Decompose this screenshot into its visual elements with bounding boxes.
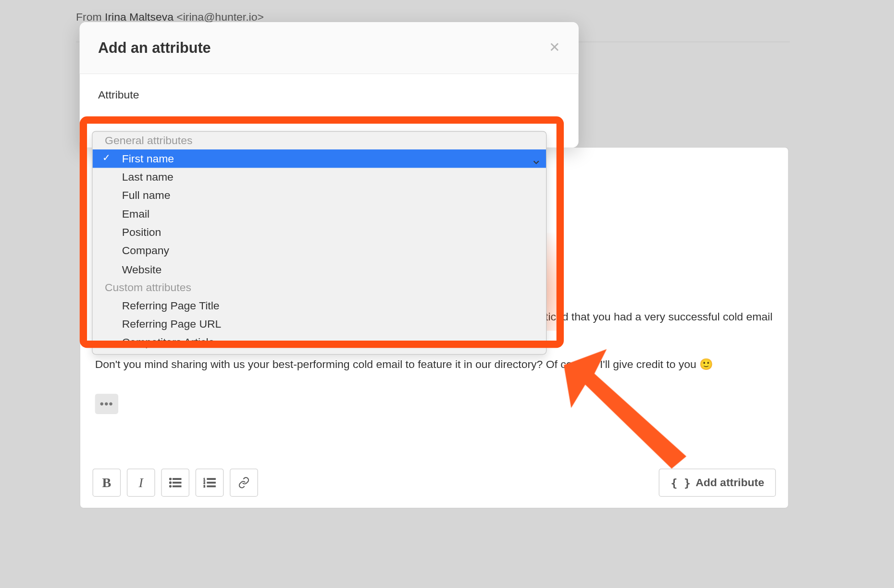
svg-point-0 [169,478,171,480]
svg-point-2 [169,482,171,484]
modal-title: Add an attribute [98,39,211,57]
dropdown-item[interactable]: Position [93,223,546,242]
chevron-down-icon [533,159,540,166]
bullet-list-button[interactable] [161,468,189,497]
modal-header: Add an attribute ✕ [80,22,579,74]
add-attribute-label: Add attribute [695,476,764,489]
dropdown-item[interactable]: Website [93,260,546,278]
bold-button[interactable]: B [93,468,121,497]
braces-icon: { } [670,476,690,489]
numbered-list-icon: 1 2 3 [203,478,216,488]
from-name: Irina Maltseva [105,11,174,23]
dropdown-group-custom: Custom attributes [93,279,546,296]
signature-ellipsis[interactable]: ••• [95,394,118,414]
dropdown-item[interactable]: Competitors Article [93,333,546,351]
italic-button[interactable]: I [127,468,155,497]
svg-text:2: 2 [203,481,205,484]
editor-toolbar: B I 1 2 3 [93,468,258,497]
link-icon [238,477,250,489]
dropdown-item[interactable]: Referring Page Title [93,296,546,315]
svg-rect-7 [207,478,216,480]
add-attribute-button[interactable]: { } Add attribute [659,468,776,497]
dropdown-item[interactable]: Company [93,242,546,260]
numbered-list-button[interactable]: 1 2 3 [196,468,224,497]
svg-rect-3 [173,482,182,483]
email-paragraph: Don't you mind sharing with us your best… [95,355,773,373]
dropdown-item[interactable]: First name [93,149,546,168]
link-button[interactable] [230,468,258,497]
dropdown-item[interactable]: Last name [93,168,546,186]
dropdown-item[interactable]: Referring Page URL [93,315,546,333]
svg-text:1: 1 [203,478,205,481]
svg-rect-5 [173,486,182,487]
bold-icon: B [102,475,111,490]
svg-text:3: 3 [203,485,205,488]
from-label: From [76,11,102,23]
attribute-dropdown[interactable]: General attributes First nameLast nameFu… [92,131,546,355]
dropdown-item[interactable]: Full name [93,186,546,205]
from-email: <irina@hunter.io> [176,11,264,23]
close-icon[interactable]: ✕ [549,40,560,56]
svg-point-4 [169,485,171,487]
bullet-list-icon [169,478,182,488]
italic-icon: I [139,475,143,490]
svg-rect-11 [207,486,216,487]
svg-rect-9 [207,482,216,483]
attribute-field-label: Attribute [98,89,560,102]
add-attribute-modal: Add an attribute ✕ Attribute [80,22,579,147]
dropdown-group-general: General attributes [93,132,546,149]
dropdown-item[interactable]: Email [93,205,546,223]
svg-rect-1 [173,478,182,480]
